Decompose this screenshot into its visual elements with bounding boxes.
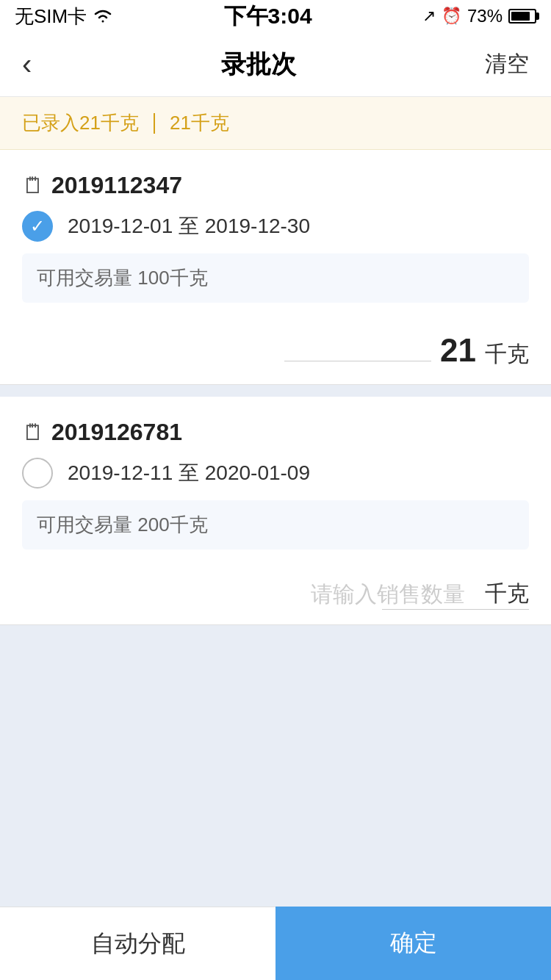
input-wrapper: 千克 (22, 579, 529, 610)
card2-date-range: 2019-12-11 至 2020-01-09 (68, 459, 310, 487)
card1-number: 2019112347 (51, 172, 182, 199)
batch-card-1: 🗒 2019112347 ✓ 2019-12-01 至 2019-12-30 可… (0, 150, 551, 317)
page-title: 录批次 (221, 48, 296, 82)
status-right: ↗ ⏰ 73% (422, 6, 536, 26)
card2-input-row: 千克 (0, 564, 551, 625)
card2-row[interactable]: 2019-12-11 至 2020-01-09 (22, 458, 529, 489)
card-divider (0, 385, 551, 397)
card1-radio[interactable]: ✓ (22, 211, 53, 242)
location-icon: ↗ (422, 7, 436, 26)
amount-wrapper: 21 千克 (284, 332, 529, 370)
info-banner: 已录入21千克 21千克 (0, 97, 551, 150)
card1-row[interactable]: ✓ 2019-12-01 至 2019-12-30 (22, 211, 529, 242)
battery-percent: 73% (467, 6, 503, 26)
card2-unit: 千克 (485, 579, 529, 609)
card1-amount-value: 21 (440, 332, 476, 369)
auto-distribute-button[interactable]: 自动分配 (0, 907, 276, 980)
amount-line (284, 361, 431, 361)
card2-icon: 🗒 (22, 420, 44, 445)
amount-inner: 21 千克 (284, 332, 529, 370)
card2-header: 🗒 2019126781 (22, 419, 529, 446)
card1-available: 可用交易量 100千克 (22, 253, 529, 303)
card1-amount-unit: 千克 (485, 339, 529, 370)
bottom-bar: 自动分配 确定 (0, 907, 551, 980)
card2-number: 2019126781 (51, 419, 182, 446)
check-icon: ✓ (30, 217, 45, 235)
clear-button[interactable]: 清空 (485, 49, 529, 79)
card1-date-range: 2019-12-01 至 2019-12-30 (68, 212, 310, 240)
nav-bar: ‹ 录批次 清空 (0, 32, 551, 97)
card1-header: 🗒 2019112347 (22, 172, 529, 199)
battery-icon (508, 9, 536, 24)
status-left: 无SIM卡 (15, 4, 113, 29)
back-button[interactable]: ‹ (22, 48, 32, 81)
recorded-value: 21千克 (170, 110, 229, 136)
input-inner[interactable]: 千克 (22, 579, 529, 609)
sale-quantity-input[interactable] (22, 582, 476, 607)
card2-available: 可用交易量 200千克 (22, 500, 529, 550)
content-area: 🗒 2019112347 ✓ 2019-12-01 至 2019-12-30 可… (0, 150, 551, 978)
status-bar: 无SIM卡 下午3:04 ↗ ⏰ 73% (0, 0, 551, 32)
recorded-label: 已录入21千克 (22, 110, 139, 136)
card1-icon: 🗒 (22, 173, 44, 198)
batch-card-2: 🗒 2019126781 2019-12-11 至 2020-01-09 可用交… (0, 397, 551, 564)
card1-amount-row: 21 千克 (0, 317, 551, 385)
carrier-text: 无SIM卡 (15, 4, 87, 29)
input-line (382, 609, 529, 610)
alarm-icon: ⏰ (442, 7, 461, 26)
card2-radio[interactable] (22, 458, 53, 489)
wifi-icon (93, 8, 113, 24)
confirm-button[interactable]: 确定 (276, 907, 551, 980)
status-time: 下午3:04 (224, 1, 312, 32)
info-divider (154, 113, 155, 134)
